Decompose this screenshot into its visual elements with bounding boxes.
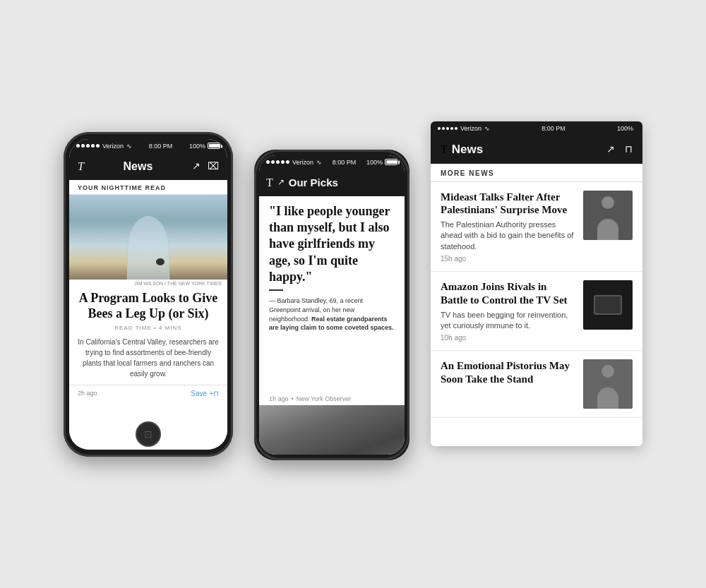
news-title-3: An Emotional Pistorius May Soon Take the…: [441, 359, 576, 386]
left-phone-screen: Verizon ∿ 8:00 PM 100% T News ↗ ⌧ YOUR N…: [69, 139, 227, 450]
nav-bar-middle: T ↗ Our Picks: [259, 169, 405, 196]
wifi-icon-right: ∿: [484, 125, 490, 132]
bookmark-icon-left[interactable]: ⌧: [208, 160, 219, 172]
person-image-3: [583, 359, 633, 409]
more-news-label: MORE NEWS: [431, 164, 642, 182]
battery-icon-left: [208, 143, 220, 149]
news-item-1[interactable]: Mideast Talks Falter After Palestinians'…: [431, 182, 642, 272]
nav-bar-left: T News ↗ ⌧: [69, 153, 227, 180]
status-bar-left: Verizon ∿ 8:00 PM 100%: [69, 139, 227, 153]
nav-title-right: News: [452, 143, 483, 157]
share-icon-middle[interactable]: ↗: [277, 177, 285, 188]
share-icon-right[interactable]: ↗: [606, 143, 615, 155]
time-right: 8:00 PM: [542, 125, 566, 132]
article-time-left: 2h ago: [78, 390, 97, 397]
news-time-2: 10h ago: [441, 334, 576, 342]
news-list: Mideast Talks Falter After Palestinians'…: [431, 182, 642, 446]
person-image-1: [583, 191, 633, 240]
left-phone-content: YOUR NIGHTTIME READ JIM WILSON / THE NEW…: [69, 180, 227, 450]
status-bar-right: Verizon ∿ 8:00 PM 100%: [431, 121, 642, 136]
news-title-1: Mideast Talks Falter After Palestinians'…: [441, 191, 576, 217]
nav-icons-left: ↗ ⌧: [192, 160, 219, 172]
picks-title: Our Picks: [289, 176, 338, 188]
nyt-logo-right: T: [441, 143, 448, 156]
battery-pct-left: 100%: [189, 143, 205, 150]
time-ago-middle: 1h ago: [269, 395, 289, 402]
status-bar-middle: Verizon ∿ 8:00 PM 100%: [259, 155, 405, 169]
time-left: 8:00 PM: [149, 143, 173, 150]
news-time-1: 15h ago: [441, 255, 576, 263]
tv-image: [583, 280, 633, 330]
middle-phone: Verizon ∿ 8:00 PM 100% T ↗ Our Picks "I …: [254, 150, 409, 460]
left-phone: Verizon ∿ 8:00 PM 100% T News ↗ ⌧ YOUR N…: [64, 132, 233, 457]
quote-footer: 1h ago • New York Observer: [259, 392, 405, 405]
glass-decoration: [127, 216, 169, 280]
nav-bar-right: T News ↗ ⊓: [431, 136, 642, 164]
news-image-1: [583, 191, 633, 240]
nyt-logo-middle: T: [266, 176, 273, 189]
quote-divider: [269, 289, 283, 291]
news-summary-1: The Palestinian Authority presses ahead …: [441, 220, 576, 252]
right-panel: Verizon ∿ 8:00 PM 100% T News ↗ ⊓ MORE N…: [431, 121, 642, 446]
save-icon: +⊓: [209, 390, 219, 397]
battery-icon-middle: [385, 159, 397, 165]
news-title-2: Amazon Joins Rivals in Battle to Control…: [441, 280, 576, 307]
news-image-2: [583, 280, 633, 330]
quote-section: "I like people younger than myself, but …: [259, 196, 405, 392]
quote-attribution: — Barbara Standley, 69, a recent Greenpo…: [269, 296, 395, 332]
section-label-left: YOUR NIGHTTIME READ: [69, 180, 227, 195]
battery-pct-right: 100%: [617, 125, 633, 132]
article-image-middle: [259, 405, 405, 455]
photo-credit: JIM WILSON / THE NEW YORK TIMES: [69, 280, 227, 287]
time-middle: 8:00 PM: [333, 159, 357, 166]
carrier-middle: Verizon: [292, 159, 313, 166]
source-middle: New York Observer: [297, 395, 352, 402]
signal-icon: [76, 144, 100, 148]
carrier-right: Verizon: [460, 125, 481, 132]
share-icon-left[interactable]: ↗: [192, 160, 201, 172]
signal-icon-middle: [266, 160, 289, 164]
bookmark-icon-right[interactable]: ⊓: [625, 143, 633, 155]
battery-pct-middle: 100%: [366, 159, 383, 166]
wifi-icon-middle: ∿: [316, 159, 322, 166]
home-button-left[interactable]: [136, 421, 161, 447]
article-summary-left: In California's Central Valley, research…: [69, 334, 227, 385]
article-footer-left: 2h ago Save +⊓: [69, 385, 227, 402]
news-item-3[interactable]: An Emotional Pistorius May Soon Take the…: [431, 351, 642, 418]
news-summary-2: TV has been begging for reinvention, yet…: [441, 310, 576, 332]
nyt-logo-left: T: [78, 160, 84, 173]
news-item-2[interactable]: Amazon Joins Rivals in Battle to Control…: [431, 272, 642, 351]
article-title-left[interactable]: A Program Looks to Give Bees a Leg Up (o…: [69, 287, 227, 323]
article-image-left: [69, 195, 227, 280]
middle-phone-screen: Verizon ∿ 8:00 PM 100% T ↗ Our Picks "I …: [259, 155, 405, 455]
bee-decoration: [156, 258, 164, 265]
save-button-left[interactable]: Save +⊓: [191, 390, 219, 397]
quote-text: "I like people younger than myself, but …: [269, 203, 395, 286]
nav-title-left: News: [124, 160, 153, 173]
read-time: READ TIME • 4 MINS: [69, 323, 227, 334]
carrier-left: Verizon: [102, 143, 124, 150]
wifi-icon: ∿: [126, 143, 132, 150]
news-image-3: [583, 359, 633, 409]
